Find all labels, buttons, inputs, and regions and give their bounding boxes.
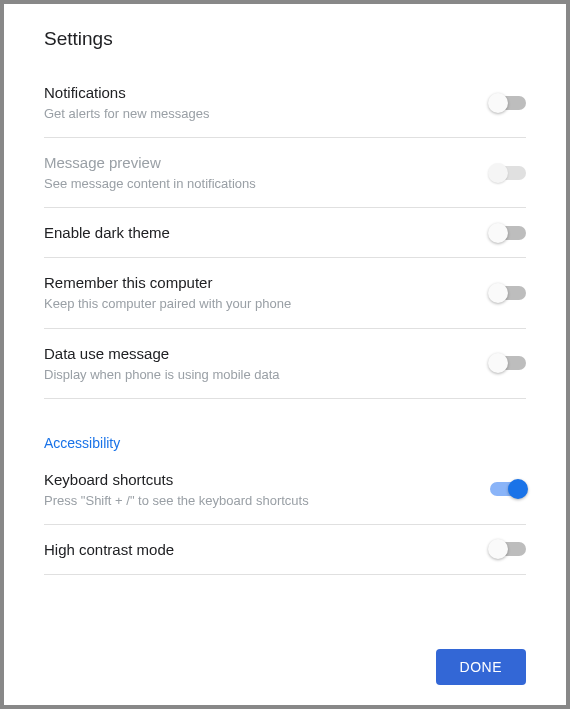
section-accessibility: Accessibility bbox=[44, 435, 526, 451]
toggle-message-preview bbox=[490, 166, 526, 180]
setting-title: Notifications bbox=[44, 82, 490, 103]
toggle-thumb bbox=[488, 283, 508, 303]
setting-text: Remember this computer Keep this compute… bbox=[44, 272, 490, 313]
setting-notifications: Notifications Get alerts for new message… bbox=[44, 68, 526, 138]
toggle-dark-theme[interactable] bbox=[490, 226, 526, 240]
toggle-thumb bbox=[488, 539, 508, 559]
dialog-title: Settings bbox=[32, 28, 538, 50]
setting-title: Message preview bbox=[44, 152, 490, 173]
setting-text: Enable dark theme bbox=[44, 222, 490, 243]
setting-message-preview: Message preview See message content in n… bbox=[44, 138, 526, 208]
setting-high-contrast: High contrast mode bbox=[44, 525, 526, 575]
setting-desc: Display when phone is using mobile data bbox=[44, 366, 490, 384]
setting-text: Message preview See message content in n… bbox=[44, 152, 490, 193]
setting-text: Keyboard shortcuts Press "Shift + /" to … bbox=[44, 469, 490, 510]
toggle-thumb bbox=[488, 163, 508, 183]
settings-dialog: Settings Notifications Get alerts for ne… bbox=[4, 4, 566, 705]
setting-dark-theme: Enable dark theme bbox=[44, 208, 526, 258]
setting-title: High contrast mode bbox=[44, 539, 490, 560]
setting-text: High contrast mode bbox=[44, 539, 490, 560]
toggle-keyboard-shortcuts[interactable] bbox=[490, 482, 526, 496]
setting-title: Keyboard shortcuts bbox=[44, 469, 490, 490]
toggle-thumb bbox=[488, 223, 508, 243]
done-button[interactable]: DONE bbox=[436, 649, 526, 685]
toggle-thumb bbox=[508, 479, 528, 499]
toggle-data-use[interactable] bbox=[490, 356, 526, 370]
setting-desc: Keep this computer paired with your phon… bbox=[44, 295, 490, 313]
setting-desc: Press "Shift + /" to see the keyboard sh… bbox=[44, 492, 490, 510]
setting-desc: Get alerts for new messages bbox=[44, 105, 490, 123]
toggle-thumb bbox=[488, 353, 508, 373]
toggle-high-contrast[interactable] bbox=[490, 542, 526, 556]
toggle-notifications[interactable] bbox=[490, 96, 526, 110]
dialog-actions: DONE bbox=[32, 629, 538, 685]
setting-desc: See message content in notifications bbox=[44, 175, 490, 193]
setting-text: Data use message Display when phone is u… bbox=[44, 343, 490, 384]
setting-data-use: Data use message Display when phone is u… bbox=[44, 329, 526, 399]
setting-title: Enable dark theme bbox=[44, 222, 490, 243]
settings-list: Notifications Get alerts for new message… bbox=[32, 68, 538, 629]
setting-keyboard-shortcuts: Keyboard shortcuts Press "Shift + /" to … bbox=[44, 455, 526, 525]
toggle-thumb bbox=[488, 93, 508, 113]
setting-text: Notifications Get alerts for new message… bbox=[44, 82, 490, 123]
setting-title: Remember this computer bbox=[44, 272, 490, 293]
setting-remember-computer: Remember this computer Keep this compute… bbox=[44, 258, 526, 328]
setting-title: Data use message bbox=[44, 343, 490, 364]
toggle-remember-computer[interactable] bbox=[490, 286, 526, 300]
